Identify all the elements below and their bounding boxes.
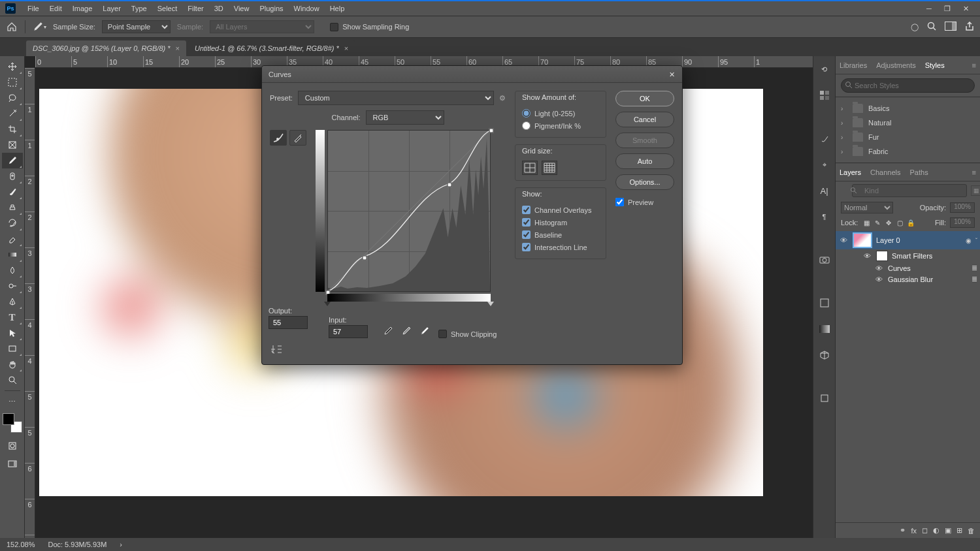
opacity-value[interactable]: 100% <box>950 202 975 213</box>
smooth-button[interactable]: Smooth <box>615 133 674 148</box>
filter-settings-icon[interactable]: ≣ <box>972 275 977 283</box>
eraser-tool-icon[interactable] <box>2 231 23 247</box>
output-input[interactable] <box>269 316 308 329</box>
ok-button[interactable]: OK <box>615 91 674 106</box>
brush-tool-icon[interactable] <box>2 184 23 200</box>
adjustment-layer-icon[interactable]: ◐ <box>933 526 939 535</box>
style-folder-row[interactable]: ›Fabric <box>841 144 975 159</box>
tab-close-icon[interactable]: × <box>176 44 180 52</box>
filter-mask-thumbnail[interactable] <box>876 251 888 261</box>
eyedropper-tool-icon[interactable]: ▾ <box>32 21 46 33</box>
tab-channels[interactable]: Channels <box>869 166 902 179</box>
pen-tool-icon[interactable] <box>2 294 23 309</box>
clone-source-icon[interactable]: ⌖ <box>817 157 832 172</box>
menu-view[interactable]: View <box>229 2 255 15</box>
dialog-titlebar[interactable]: Curves ✕ <box>262 66 682 83</box>
menu-filter[interactable]: Filter <box>182 2 208 15</box>
layer-thumbnail[interactable] <box>853 232 872 248</box>
preset-settings-icon[interactable]: ⚙ <box>499 94 506 102</box>
curve-point-tool-icon[interactable] <box>270 130 287 146</box>
layer-row[interactable]: 👁 Layer 0 ◉ ˇ <box>836 231 980 249</box>
menu-help[interactable]: Help <box>325 2 350 15</box>
character-panel-icon[interactable]: A| <box>817 183 832 198</box>
frame-tool-icon[interactable] <box>2 137 23 153</box>
filter-settings-icon[interactable]: ≣ <box>972 264 977 272</box>
grid-coarse-icon[interactable] <box>522 161 538 175</box>
channel-overlays-checkbox[interactable]: Channel Overlays <box>522 204 599 216</box>
magic-wand-tool-icon[interactable] <box>2 106 23 121</box>
layer-group-icon[interactable]: ▣ <box>945 526 951 535</box>
panel-menu-icon[interactable]: ≡ <box>971 59 977 72</box>
dodge-tool-icon[interactable] <box>2 278 23 294</box>
window-minimize-icon[interactable]: ─ <box>920 2 938 15</box>
auto-button[interactable]: Auto <box>615 153 674 169</box>
sample-select[interactable]: All Layers <box>210 20 314 33</box>
menu-window[interactable]: Window <box>289 2 325 15</box>
filter-pixel-icon[interactable]: ▦ <box>971 185 980 196</box>
path-select-tool-icon[interactable] <box>2 325 23 341</box>
preview-checkbox[interactable]: Preview <box>615 198 674 206</box>
layer-filter-input[interactable] <box>852 184 967 197</box>
baseline-checkbox[interactable]: Baseline <box>522 228 599 241</box>
crop-tool-icon[interactable] <box>2 121 23 137</box>
zoom-level[interactable]: 152.08% <box>7 541 35 548</box>
panel-menu-icon[interactable]: ≡ <box>971 166 977 179</box>
swatches-panel-icon[interactable] <box>817 87 832 103</box>
menu-select[interactable]: Select <box>152 2 183 15</box>
lock-pixels-icon[interactable]: ✎ <box>873 218 882 227</box>
eyedropper-tool-icon[interactable] <box>2 153 23 168</box>
paragraph-panel-icon[interactable]: ¶ <box>817 209 832 225</box>
layer-row[interactable]: 👁 Smart Filters <box>836 249 980 262</box>
blur-tool-icon[interactable] <box>2 262 23 278</box>
menu-edit[interactable]: Edit <box>44 2 67 15</box>
foreground-background-colors[interactable] <box>3 413 22 433</box>
workspace-icon[interactable] <box>945 22 956 32</box>
move-tool-icon[interactable] <box>2 59 23 74</box>
camera-panel-icon[interactable] <box>817 252 832 268</box>
window-close-icon[interactable]: ✕ <box>956 2 975 15</box>
light-radio[interactable]: Light (0-255) <box>522 107 599 119</box>
delete-layer-icon[interactable]: 🗑 <box>968 527 975 535</box>
color-panel-icon[interactable] <box>817 295 832 311</box>
layer-style-icon[interactable]: fx <box>911 527 917 535</box>
pigment-radio[interactable]: Pigment/Ink % <box>522 119 599 132</box>
style-folder-row[interactable]: ›Fur <box>841 130 975 144</box>
document-tab-inactive[interactable]: Untitled-1 @ 66.7% (3.Smart-filter, RGB/… <box>188 40 355 56</box>
tab-libraries[interactable]: Libraries <box>838 59 868 72</box>
history-brush-tool-icon[interactable] <box>2 215 23 231</box>
menu-3d[interactable]: 3D <box>209 2 229 15</box>
hand-tool-icon[interactable] <box>2 356 23 372</box>
zoom-tool-icon[interactable] <box>2 372 23 388</box>
options-button[interactable]: Options... <box>615 174 674 190</box>
histogram-checkbox[interactable]: Histogram <box>522 216 599 228</box>
layer-name[interactable]: Curves <box>888 264 968 272</box>
gradient-tool-icon[interactable] <box>2 247 23 262</box>
gray-point-eyedropper-icon[interactable] <box>399 324 414 338</box>
healing-tool-icon[interactable] <box>2 168 23 184</box>
white-point-eyedropper-icon[interactable] <box>417 324 432 338</box>
visibility-icon[interactable]: 👁 <box>838 236 849 244</box>
menu-image[interactable]: Image <box>67 2 98 15</box>
on-image-adjust-icon[interactable] <box>270 343 283 356</box>
fill-value[interactable]: 100% <box>950 217 975 228</box>
preset-select[interactable]: Custom <box>298 91 494 105</box>
document-size[interactable]: Doc: 5.93M/5.93M <box>48 541 106 548</box>
home-icon[interactable] <box>5 20 18 33</box>
cloud-account-icon[interactable]: ◯ <box>911 23 919 31</box>
quick-mask-icon[interactable] <box>2 438 23 454</box>
lasso-tool-icon[interactable] <box>2 90 23 106</box>
black-point-eyedropper-icon[interactable] <box>381 324 395 338</box>
curve-draw-tool-icon[interactable] <box>289 130 306 146</box>
tab-adjustments[interactable]: Adjustments <box>875 59 917 72</box>
show-sampling-ring-checkbox[interactable]: Show Sampling Ring <box>330 23 409 31</box>
layer-mask-icon[interactable]: ◻ <box>922 526 928 535</box>
style-folder-row[interactable]: ›Basics <box>841 101 975 116</box>
tab-styles[interactable]: Styles <box>924 59 946 72</box>
search-styles-input[interactable] <box>841 78 975 93</box>
input-gradient-strip[interactable] <box>327 294 491 302</box>
cancel-button[interactable]: Cancel <box>615 112 674 127</box>
history-panel-icon[interactable]: ⟲ <box>817 61 832 77</box>
blend-mode-select[interactable]: Normal <box>841 202 893 213</box>
curves-graph[interactable] <box>327 130 491 292</box>
edit-toolbar-icon[interactable]: ⋯ <box>2 394 23 409</box>
